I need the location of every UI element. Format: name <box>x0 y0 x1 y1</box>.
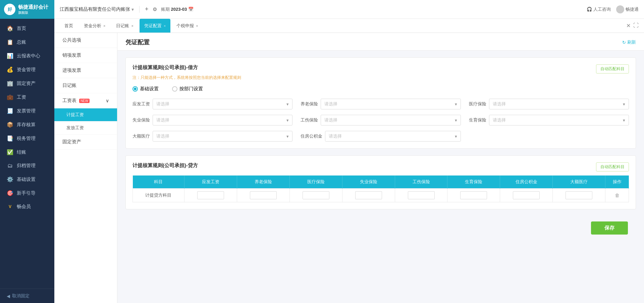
company-selector[interactable]: 江西服宝精品有限责任公司内账张 ▾ <box>60 6 134 12</box>
input-gongjijin[interactable] <box>513 191 540 199</box>
sidebar-item-inventory[interactable]: 📦 库存核算 <box>0 118 54 132</box>
field-gongshang-select[interactable]: 请选择 ▾ <box>321 115 461 125</box>
sidebar-item-label: 库存核算 <box>17 122 36 128</box>
input-yingfa[interactable] <box>197 191 224 199</box>
input-shengyu[interactable] <box>460 191 487 199</box>
support-button[interactable]: 🎧 人工咨询 <box>587 6 611 12</box>
tab-label: 个税申报 <box>176 23 194 29</box>
input-gongshang[interactable] <box>408 191 435 199</box>
sidebar-item-tax[interactable]: 📑 税务管理 <box>0 132 54 145</box>
field-daejyiliao: 大额医疗 请选择 ▾ <box>132 131 292 142</box>
input-shiye[interactable] <box>355 191 382 199</box>
input-yiliao[interactable] <box>303 191 329 199</box>
sidebar-item-close[interactable]: ✅ 结账 <box>0 145 54 159</box>
tab-close-icon[interactable]: × <box>131 24 133 28</box>
sidebar-item-vip[interactable]: V 畅会员 <box>0 200 54 213</box>
field-gongjijin-select[interactable]: 请选择 ▾ <box>325 131 461 142</box>
tab-close-icon[interactable]: × <box>164 24 166 28</box>
radio-basic[interactable]: 基础设置 <box>132 86 159 92</box>
tabs-bar: 首页 资金分析 × 日记账 × 凭证配置 × 个税申报 × ✕ ⛶ <box>54 19 644 33</box>
sidebar-item-ledger[interactable]: 📋 总账 <box>0 35 54 49</box>
td-delete: 🗑 <box>605 189 629 202</box>
refresh-button[interactable]: ↻ 刷新 <box>622 39 636 45</box>
sidebar-item-funds[interactable]: 💰 资金管理 <box>0 63 54 77</box>
left-menu-fixed-assets[interactable]: 固定资产 <box>54 135 117 150</box>
home-icon: 🏠 <box>7 25 13 32</box>
left-menu-salary-group[interactable]: 工资表 NEW ∨ <box>54 93 117 108</box>
sidebar-item-label: 基础设置 <box>17 176 36 183</box>
settings-gear-button[interactable]: ⚙ <box>153 6 157 12</box>
td-shiye-val <box>342 189 395 202</box>
field-yingfa-select[interactable]: 请选择 ▾ <box>153 99 292 109</box>
auto-match-credit-button[interactable]: 自动匹配科目 <box>596 162 629 171</box>
left-menu-public[interactable]: 公共选项 <box>54 33 117 48</box>
left-menu-sales-invoice[interactable]: 销项发票 <box>54 48 117 63</box>
tab-close-icon[interactable]: × <box>103 24 105 28</box>
tax-icon: 📑 <box>7 135 13 142</box>
sidebar-item-assets[interactable]: 🏢 固定资产 <box>0 77 54 90</box>
credit-table-wrapper: 科目 应发工资 养老保险 医疗保险 失业保险 工伤保险 生育保险 住房公积金 大… <box>132 175 629 202</box>
support-label: 人工咨询 <box>593 6 611 12</box>
period-selector[interactable]: 账期 2023-03 📅 <box>161 6 194 12</box>
close-tab-action[interactable]: ✕ <box>626 22 631 29</box>
dropdown-icon: ▾ <box>286 134 289 139</box>
add-company-button[interactable]: + <box>145 6 149 13</box>
th-gongjijin: 住房公积金 <box>500 175 553 189</box>
assets-icon: 🏢 <box>7 80 13 87</box>
sidebar-item-guide[interactable]: 🎯 新手引导 <box>0 186 54 200</box>
user-button[interactable]: 畅捷通 <box>616 5 639 13</box>
funds-icon: 💰 <box>7 66 13 73</box>
field-gongjijin-label: 住房公积金 <box>301 133 322 139</box>
th-actions: 操作 <box>605 175 629 189</box>
sidebar-item-salary[interactable]: 💼 工资 <box>0 90 54 104</box>
field-yanglao-select[interactable]: 请选择 ▾ <box>321 99 461 109</box>
sidebar-item-invoice[interactable]: 🧾 发票管理 <box>0 104 54 118</box>
sidebar-item-label: 工资 <box>17 94 26 100</box>
field-shengyu-label: 生育保险 <box>469 117 486 123</box>
th-shengyu: 生育保险 <box>447 175 500 189</box>
unpin-button[interactable]: ◀ 取消固定 <box>0 289 54 303</box>
field-yiliao-select[interactable]: 请选择 ▾ <box>489 99 629 109</box>
sidebar-item-settings[interactable]: ⚙️ 基础设置 <box>0 172 54 186</box>
field-daejyiliao-select[interactable]: 请选择 ▾ <box>153 131 292 142</box>
table-row: 计提贷方科目 🗑 <box>133 189 629 202</box>
left-menu-pay-salary[interactable]: 发放工资 <box>54 121 117 135</box>
field-shiye-placeholder: 请选择 <box>156 117 169 123</box>
save-button[interactable]: 保存 <box>591 221 628 235</box>
sidebar-item-archive[interactable]: 🗂 归档管理 <box>0 159 54 172</box>
field-gongshang-placeholder: 请选择 <box>324 117 337 123</box>
dropdown-icon: ▾ <box>623 118 625 123</box>
auto-match-debit-button[interactable]: 自动匹配科目 <box>596 64 629 73</box>
field-shiye-select[interactable]: 请选择 ▾ <box>153 115 292 125</box>
tab-close-icon[interactable]: × <box>196 24 198 28</box>
expand-tab-action[interactable]: ⛶ <box>633 22 639 29</box>
field-shiye: 失业保险 请选择 ▾ <box>132 115 292 125</box>
field-shengyu-select[interactable]: 请选择 ▾ <box>489 115 629 125</box>
tab-tax[interactable]: 个税申报 × <box>172 19 203 33</box>
th-subject: 科目 <box>133 175 184 189</box>
left-menu-label: 销项发票 <box>62 52 81 58</box>
input-daejyiliao[interactable] <box>566 191 592 199</box>
field-gongjijin: 住房公积金 请选择 ▾ <box>301 131 461 142</box>
user-name: 畅捷通 <box>626 6 639 12</box>
td-gongjijin-val <box>500 189 553 202</box>
left-menu-label: 公共选项 <box>62 37 81 43</box>
sidebar-item-home[interactable]: 🏠 首页 <box>0 21 54 35</box>
sidebar-item-label: 归档管理 <box>17 163 36 169</box>
dropdown-icon: ▾ <box>455 102 457 107</box>
radio-department[interactable]: 按部门设置 <box>172 86 203 92</box>
tab-diary[interactable]: 日记账 × <box>111 19 138 33</box>
input-yanglao[interactable] <box>250 191 277 199</box>
delete-row-button[interactable]: 🗑 <box>615 193 620 198</box>
debit-section: 自动匹配科目 计提核算规则(公司承担)-借方 注：只能选择一种方式，系统将按照您… <box>125 57 636 149</box>
left-menu-accrue-salary[interactable]: 计提工资 <box>54 108 117 121</box>
vip-icon: V <box>7 204 13 209</box>
tab-label: 资金分析 <box>84 23 101 29</box>
sidebar-item-reports[interactable]: 📊 云报表中心 <box>0 49 54 63</box>
tab-voucher[interactable]: 凭证配置 × <box>140 19 170 33</box>
left-menu-diary[interactable]: 日记账 <box>54 78 117 93</box>
tab-home[interactable]: 首页 <box>60 19 78 33</box>
left-menu-purchase-invoice[interactable]: 进项发票 <box>54 63 117 78</box>
tab-funds[interactable]: 资金分析 × <box>79 19 110 33</box>
dropdown-icon: ▾ <box>286 118 289 123</box>
